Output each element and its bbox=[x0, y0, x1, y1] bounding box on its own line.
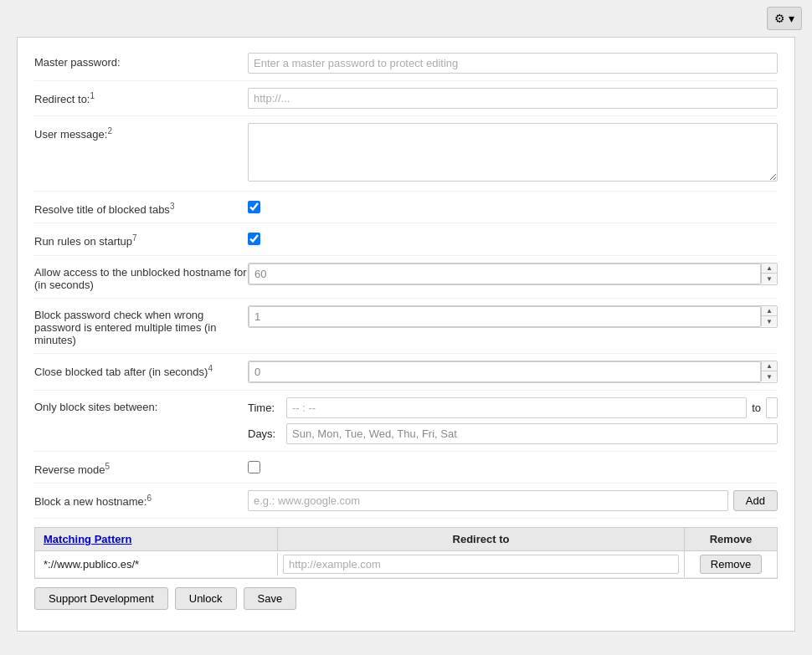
close-blocked-increment[interactable]: ▲ bbox=[762, 361, 777, 371]
allow-access-decrement[interactable]: ▼ bbox=[762, 274, 777, 284]
block-hostname-input[interactable] bbox=[248, 490, 728, 511]
reverse-mode-label: Reverse mode5 bbox=[34, 458, 248, 476]
close-blocked-control: 0 ▲ ▼ bbox=[248, 361, 778, 383]
user-message-textarea[interactable] bbox=[248, 123, 778, 182]
allow-access-increment[interactable]: ▲ bbox=[762, 264, 777, 274]
reverse-mode-row: Reverse mode5 bbox=[34, 452, 778, 484]
master-password-input[interactable] bbox=[248, 53, 778, 74]
block-password-spinner: ▲ ▼ bbox=[761, 306, 777, 326]
close-blocked-row: Close blocked tab after (in seconds)4 0 … bbox=[34, 354, 778, 391]
resolve-title-control bbox=[248, 198, 778, 216]
redirect-url-input[interactable] bbox=[283, 555, 679, 574]
user-message-row: User message:2 bbox=[34, 116, 778, 192]
matching-pattern-cell: *://www.publico.es/* bbox=[35, 553, 278, 576]
close-blocked-input[interactable]: 0 bbox=[249, 361, 761, 382]
col-remove-header: Remove bbox=[685, 528, 777, 550]
run-rules-label: Run rules on startup7 bbox=[34, 230, 248, 248]
allow-access-row: Allow access to the unblocked hostname f… bbox=[34, 256, 778, 299]
remove-cell: Remove bbox=[685, 551, 777, 577]
master-password-row: Master password: bbox=[34, 46, 778, 81]
save-button[interactable]: Save bbox=[244, 587, 297, 610]
allow-access-input[interactable]: 60 bbox=[249, 264, 761, 284]
resolve-title-label: Resolve title of blocked tabs3 bbox=[34, 198, 248, 216]
close-blocked-spinner: ▲ ▼ bbox=[761, 361, 777, 381]
redirect-to-cell bbox=[278, 551, 685, 577]
redirect-to-input[interactable] bbox=[248, 88, 778, 109]
block-hostname-control: Add bbox=[248, 490, 778, 511]
resolve-title-row: Resolve title of blocked tabs3 bbox=[34, 192, 778, 223]
run-rules-checkbox[interactable] bbox=[248, 233, 260, 245]
hostname-table: Matching Pattern Redirect to Remove *://… bbox=[34, 527, 778, 579]
redirect-to-control bbox=[248, 88, 778, 109]
support-development-button[interactable]: Support Development bbox=[34, 587, 168, 610]
only-block-control: Time: to Days: Sun, Mon, Tue, Wed, Thu, … bbox=[248, 397, 778, 444]
run-rules-row: Run rules on startup7 bbox=[34, 223, 778, 255]
user-message-control bbox=[248, 123, 778, 184]
add-hostname-button[interactable]: Add bbox=[733, 490, 778, 511]
block-password-row: Block password check when wrong password… bbox=[34, 299, 778, 354]
block-password-input[interactable]: 1 bbox=[249, 306, 761, 327]
only-block-label: Only block sites between: bbox=[34, 397, 248, 413]
resolve-title-checkbox[interactable] bbox=[248, 201, 260, 213]
redirect-to-row: Redirect to:1 bbox=[34, 81, 778, 116]
block-password-label: Block password check when wrong password… bbox=[34, 305, 248, 346]
close-blocked-decrement[interactable]: ▼ bbox=[762, 371, 777, 381]
only-block-row: Only block sites between: Time: to Days:… bbox=[34, 391, 778, 452]
allow-access-spinner: ▲ ▼ bbox=[761, 264, 777, 284]
col-redirect-header: Redirect to bbox=[278, 528, 685, 550]
block-hostname-row: Block a new hostname:6 Add bbox=[34, 484, 778, 519]
days-row: Days: Sun, Mon, Tue, Wed, Thu, Fri, Sat bbox=[248, 423, 778, 444]
time-to-input[interactable] bbox=[766, 397, 778, 418]
close-blocked-label: Close blocked tab after (in seconds)4 bbox=[34, 361, 248, 378]
days-input[interactable]: Sun, Mon, Tue, Wed, Thu, Fri, Sat bbox=[286, 423, 778, 444]
gear-icon: ⚙ bbox=[774, 12, 785, 25]
block-hostname-label: Block a new hostname:6 bbox=[34, 490, 248, 508]
reverse-mode-control bbox=[248, 458, 778, 476]
unlock-button[interactable]: Unlock bbox=[175, 587, 237, 610]
col-matching-header[interactable]: Matching Pattern bbox=[35, 528, 278, 550]
block-password-control: 1 ▲ ▼ bbox=[248, 305, 778, 328]
table-row: *://www.publico.es/* Remove bbox=[35, 551, 777, 578]
time-from-input[interactable] bbox=[286, 397, 747, 418]
master-password-control bbox=[248, 53, 778, 74]
remove-button[interactable]: Remove bbox=[700, 555, 762, 574]
chevron-down-icon: ▾ bbox=[789, 12, 794, 25]
allow-access-label: Allow access to the unblocked hostname f… bbox=[34, 263, 248, 291]
block-password-decrement[interactable]: ▼ bbox=[762, 316, 777, 326]
allow-access-control: 60 ▲ ▼ bbox=[248, 263, 778, 285]
reverse-mode-checkbox[interactable] bbox=[248, 461, 260, 473]
footer-bar: Support Development Unlock Save bbox=[34, 587, 778, 614]
time-row: Time: to bbox=[248, 397, 778, 418]
run-rules-control bbox=[248, 230, 778, 248]
master-password-label: Master password: bbox=[34, 53, 248, 69]
block-password-increment[interactable]: ▲ bbox=[762, 306, 777, 316]
redirect-to-label: Redirect to:1 bbox=[34, 88, 248, 105]
time-label: Time: bbox=[248, 402, 281, 414]
days-label: Days: bbox=[248, 427, 281, 440]
time-to-label: to bbox=[752, 402, 761, 414]
table-header: Matching Pattern Redirect to Remove bbox=[35, 528, 777, 551]
user-message-label: User message:2 bbox=[34, 123, 248, 141]
gear-settings-button[interactable]: ⚙ ▾ bbox=[767, 7, 802, 30]
